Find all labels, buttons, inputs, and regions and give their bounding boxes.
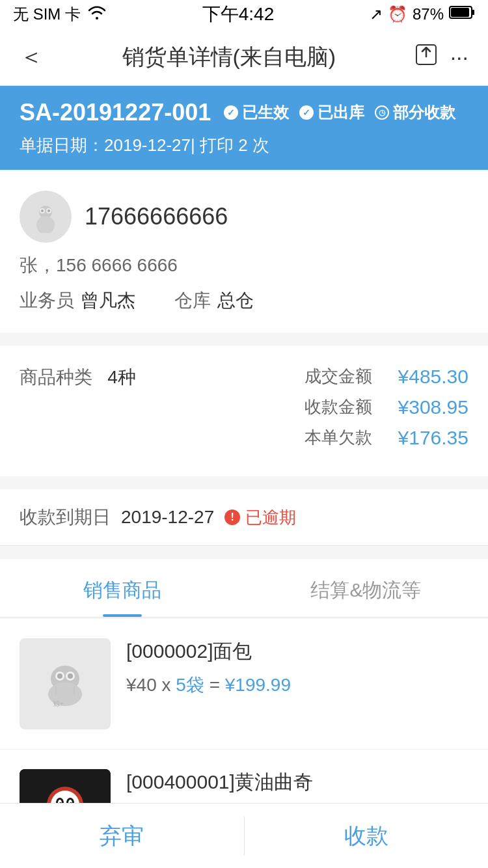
customer-avatar [20, 191, 72, 243]
order-id-row: SA-20191227-001 已生效 已出库 ◷ 部分收款 [20, 99, 468, 126]
product-qty-1: 5袋 [176, 675, 204, 695]
stats-left: 商品种类 4种 [20, 365, 136, 390]
battery-icon [449, 5, 475, 23]
product-info-1: [0000002]面包 ¥40 x 5袋 = ¥199.99 [126, 638, 468, 698]
header-banner: SA-20191227-001 已生效 已出库 ◷ 部分收款 单据日期：2019… [0, 86, 488, 170]
nav-bar: ＜ 销货单详情(来自电脑) ··· [0, 29, 488, 86]
tab-settlement[interactable]: 结算&物流等 [244, 559, 488, 617]
svg-point-5 [36, 216, 55, 233]
check-icon-2 [299, 105, 314, 120]
wifi-icon [87, 5, 107, 23]
date-info: 单据日期：2019-12-27| 打印 2 次 [20, 134, 468, 157]
svg-text:鲸+: 鲸+ [53, 700, 64, 707]
status-bar: 无 SIM 卡 下午4:42 ↗ ⏰ 87% [0, 0, 488, 29]
product-name-1: [0000002]面包 [126, 638, 468, 665]
receipt-row: 收款金额 ¥308.95 [305, 396, 468, 418]
more-button[interactable]: ··· [450, 44, 468, 70]
receipt-amount: ¥308.95 [398, 396, 468, 418]
page-title: 销货单详情(来自电脑) [122, 42, 336, 72]
deal-label: 成交金额 [305, 365, 372, 388]
back-button[interactable]: ＜ [20, 41, 43, 73]
confirm-button[interactable]: 收款 [245, 808, 489, 864]
debt-label: 本单欠款 [305, 426, 372, 449]
product-thumbnail-1: 鲸+ [20, 638, 111, 729]
overdue-icon: ! [224, 509, 240, 525]
svg-point-9 [47, 210, 50, 212]
stats-section: 商品种类 4种 成交金额 ¥485.30 收款金额 ¥308.95 本单欠款 ¥… [0, 346, 488, 476]
status-time: 下午4:42 [202, 2, 275, 27]
stats-right: 成交金额 ¥485.30 收款金额 ¥308.95 本单欠款 ¥176.35 [305, 365, 468, 457]
battery-label: 87% [413, 5, 444, 23]
customer-section: 17666666666 张，156 6666 6666 业务员 曾凡杰 仓库 总… [0, 171, 488, 332]
sales-meta: 业务员 曾凡杰 [20, 288, 135, 313]
overdue-text: 已逾期 [245, 506, 296, 529]
customer-id: 17666666666 [85, 203, 228, 230]
list-item: 鲸+ [0000002]面包 ¥40 x 5袋 = ¥199.99 [0, 619, 488, 750]
status-right: ↗ ⏰ 87% [370, 5, 475, 23]
status-effective: 已生效 [224, 102, 289, 123]
debt-row: 本单欠款 ¥176.35 [305, 426, 468, 449]
carrier-label: 无 SIM 卡 [13, 4, 81, 25]
due-date: 2019-12-27 [121, 507, 214, 528]
svg-rect-1 [472, 10, 474, 15]
share-button[interactable] [415, 44, 437, 71]
sales-label: 业务员 [20, 288, 74, 313]
customer-row: 17666666666 [20, 191, 468, 243]
warehouse-label: 仓库 [174, 288, 211, 313]
status-tags: 已生效 已出库 ◷ 部分收款 [224, 102, 455, 123]
customer-meta: 业务员 曾凡杰 仓库 总仓 [20, 288, 468, 313]
type-value: 4种 [107, 367, 136, 387]
due-label: 收款到期日 [20, 505, 111, 530]
clock-icon: ◷ [375, 105, 389, 120]
svg-point-8 [41, 210, 44, 212]
alarm-icon: ⏰ [388, 5, 407, 23]
order-id: SA-20191227-001 [20, 99, 211, 126]
svg-point-13 [57, 673, 62, 679]
svg-point-14 [68, 673, 73, 679]
deal-row: 成交金额 ¥485.30 [305, 365, 468, 388]
status-shipped: 已出库 [299, 102, 364, 123]
type-label: 商品种类 [20, 367, 92, 387]
deal-amount: ¥485.30 [398, 366, 468, 388]
customer-name: 张，156 6666 6666 [20, 253, 468, 278]
sales-value: 曾凡杰 [81, 288, 135, 313]
warehouse-value: 总仓 [217, 288, 254, 313]
check-icon-1 [224, 105, 238, 120]
overdue-badge: ! 已逾期 [224, 506, 296, 529]
location-icon: ↗ [370, 5, 383, 23]
product-price-1: ¥40 x 5袋 = ¥199.99 [126, 673, 468, 698]
status-partial: ◷ 部分收款 [375, 102, 455, 123]
tabs-section: 销售商品 结算&物流等 [0, 559, 488, 617]
product-name-2: [000400001]黄油曲奇 [126, 769, 468, 796]
bottom-bar: 弃审 收款 [0, 803, 488, 868]
tab-sales-products[interactable]: 销售商品 [0, 559, 244, 617]
svg-rect-2 [451, 8, 469, 17]
due-section: 收款到期日 2019-12-27 ! 已逾期 [0, 489, 488, 546]
status-left: 无 SIM 卡 [13, 4, 107, 25]
receipt-label: 收款金额 [305, 396, 372, 418]
product-total-1: ¥199.99 [225, 675, 291, 695]
cancel-button[interactable]: 弃审 [0, 808, 244, 864]
debt-amount: ¥176.35 [398, 427, 468, 449]
nav-actions: ··· [415, 44, 468, 71]
warehouse-meta: 仓库 总仓 [174, 288, 254, 313]
